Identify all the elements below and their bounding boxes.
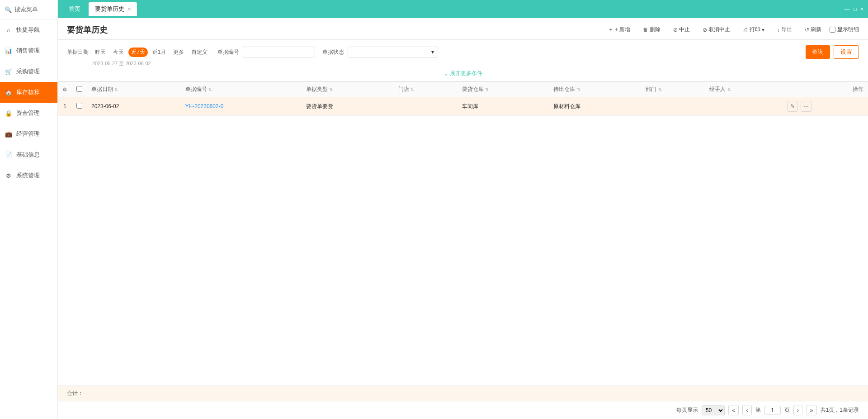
total-pages-label: 共1页，1条记录: [821, 406, 859, 414]
sidebar-item-basic-info[interactable]: 📄 基础信息: [0, 144, 57, 165]
shortcut-1month[interactable]: 近1月: [150, 48, 169, 57]
stop-label: 中止: [679, 26, 690, 33]
row-checkbox[interactable]: [76, 103, 82, 109]
page-input[interactable]: [764, 406, 781, 415]
sidebar-item-purchase[interactable]: 🛒 采购管理: [0, 61, 57, 82]
stop-button[interactable]: ⊘ 中止: [669, 24, 694, 36]
per-page-select[interactable]: 50 100 200: [702, 405, 725, 415]
delete-button[interactable]: 🗑 删除: [638, 24, 665, 36]
tab-home[interactable]: 首页: [62, 2, 87, 16]
order-no-input[interactable]: [243, 47, 315, 57]
sidebar-item-label: 资金管理: [16, 109, 40, 117]
row-order-type: 要货单要货: [302, 97, 394, 116]
next-page-btn[interactable]: ›: [793, 405, 802, 415]
window-minimize-btn[interactable]: —: [844, 6, 850, 12]
row-store: [394, 97, 458, 116]
row-action-icons: ✎ ⋯: [787, 101, 863, 112]
date-range-display: 2023-05-27 至 2023-06-02: [67, 60, 859, 67]
row-pending-warehouse: 原材料仓库: [549, 97, 641, 116]
data-table: ⚙ 单据日期 ⇅ 单据编号 ⇅ 单据类型: [58, 81, 868, 116]
tab-close-icon[interactable]: ×: [128, 6, 131, 12]
shortcut-more[interactable]: 更多: [170, 48, 187, 57]
window-maximize-btn[interactable]: □: [854, 6, 857, 12]
export-label: 导出: [781, 26, 792, 33]
print-button[interactable]: 🖨 打印 ▾: [738, 24, 769, 36]
order-no-link[interactable]: YH-20230602-0: [185, 103, 224, 110]
cancel-stop-button[interactable]: ⊘ 取消中止: [698, 24, 735, 36]
sidebar-item-label: 采购管理: [16, 67, 40, 76]
chevron-down-icon: ⌄: [444, 71, 448, 77]
sidebar-item-finance[interactable]: 🔒 资金管理: [0, 103, 57, 124]
row-edit-icon[interactable]: ✎: [787, 101, 798, 112]
row-more-icon[interactable]: ⋯: [801, 101, 811, 112]
house-icon: 🏠: [5, 88, 13, 96]
th-settings[interactable]: ⚙: [58, 82, 72, 97]
settings-button[interactable]: 设置: [834, 45, 859, 59]
table-row: 1 2023-06-02 YH-20230602-0 要货单要货 车间库 原材料…: [58, 97, 868, 116]
row-actions: ✎ ⋯: [783, 97, 868, 116]
search-icon: 🔍: [5, 6, 12, 13]
export-icon: ↓: [777, 27, 780, 33]
th-order-type: 单据类型 ⇅: [302, 82, 394, 97]
sidebar-item-operations[interactable]: 💼 经营管理: [0, 124, 57, 144]
show-detail-label: 显示明细: [837, 26, 859, 33]
shortcut-today[interactable]: 今天: [110, 48, 127, 57]
print-icon: 🖨: [743, 27, 748, 33]
filter-order-no: 单据编号: [217, 47, 315, 57]
sidebar-item-inventory[interactable]: 🏠 库存核算: [0, 82, 57, 103]
sidebar-item-sales[interactable]: 📊 销售管理: [0, 40, 57, 61]
query-button[interactable]: 查询: [806, 45, 830, 59]
expand-btn[interactable]: ⌄ 展开更多条件: [444, 70, 482, 77]
th-department: 部门 ⇅: [641, 82, 705, 97]
per-page-label: 每页显示: [676, 406, 698, 414]
table-area: ⚙ 单据日期 ⇅ 单据编号 ⇅ 单据类型: [58, 81, 868, 386]
stop-icon: ⊘: [673, 27, 678, 33]
window-close-btn[interactable]: ×: [860, 6, 863, 12]
th-checkbox[interactable]: [72, 82, 87, 97]
first-page-btn[interactable]: «: [728, 405, 739, 415]
shortcut-yesterday[interactable]: 昨天: [92, 48, 108, 57]
status-select-arrow: ▾: [431, 49, 434, 55]
sort-icon-store: ⇅: [410, 87, 414, 92]
content-area: 要货单历史 ＋ + 新增 🗑 删除 ⊘ 中止 ⊘ 取消中止: [58, 18, 868, 419]
sort-icon-order-no: ⇅: [208, 87, 212, 92]
delete-label: 删除: [650, 26, 660, 33]
sidebar-search-label: 搜索菜单: [14, 5, 38, 14]
top-right-actions: — □ ×: [844, 6, 863, 12]
shortcut-7days[interactable]: 近7天: [128, 48, 148, 57]
filter-area: 单据日期 昨天 今天 近7天 近1月 更多 自定义 单据编号: [58, 40, 868, 81]
sidebar-search[interactable]: 🔍 搜索菜单: [0, 0, 57, 19]
sidebar-item-system[interactable]: ⚙ 系统管理: [0, 165, 57, 186]
sort-icon-pending-warehouse: ⇅: [577, 87, 580, 92]
refresh-button[interactable]: ↺ 刷新: [800, 24, 826, 36]
page-header: 要货单历史 ＋ + 新增 🗑 删除 ⊘ 中止 ⊘ 取消中止: [58, 18, 868, 40]
expand-more-row: ⌄ 展开更多条件: [67, 70, 859, 77]
new-button[interactable]: ＋ + 新增: [604, 24, 635, 36]
new-label: + 新增: [615, 26, 630, 33]
row-order-no[interactable]: YH-20230602-0: [181, 97, 302, 116]
sidebar-item-quick-nav[interactable]: ⌂ 快捷导航: [0, 19, 57, 40]
tab-home-label: 首页: [69, 5, 80, 13]
sidebar: 🔍 搜索菜单 ⌂ 快捷导航 📊 销售管理 🛒 采购管理 🏠 库存核算 🔒 资金管…: [0, 0, 58, 419]
tab-requisition-history[interactable]: 要货单历史 ×: [89, 2, 137, 16]
sort-icon-department: ⇅: [658, 87, 662, 92]
shop-icon: 🛒: [5, 67, 13, 76]
th-store: 门店 ⇅: [394, 82, 458, 97]
filter-row: 单据日期 昨天 今天 近7天 近1月 更多 自定义 单据编号: [67, 45, 859, 59]
export-button[interactable]: ↓ 导出: [773, 24, 797, 36]
shortcut-custom[interactable]: 自定义: [189, 48, 210, 57]
row-num: 1: [58, 97, 72, 116]
filter-status: 单据状态 ▾: [322, 47, 438, 57]
sort-icon-req-warehouse: ⇅: [485, 87, 489, 92]
show-detail-checkbox[interactable]: [830, 27, 835, 33]
show-detail-toggle[interactable]: 显示明细: [830, 26, 859, 33]
table-footer: 合计：: [58, 386, 868, 401]
select-all-checkbox[interactable]: [76, 86, 82, 92]
print-dropdown-icon: ▾: [762, 27, 764, 33]
row-checkbox-cell[interactable]: [72, 97, 87, 116]
th-date: 单据日期 ⇅: [87, 82, 181, 97]
prev-page-btn[interactable]: ‹: [742, 405, 751, 415]
status-select[interactable]: ▾: [348, 47, 438, 57]
last-page-btn[interactable]: »: [806, 405, 816, 415]
sidebar-item-label: 库存核算: [16, 88, 40, 96]
